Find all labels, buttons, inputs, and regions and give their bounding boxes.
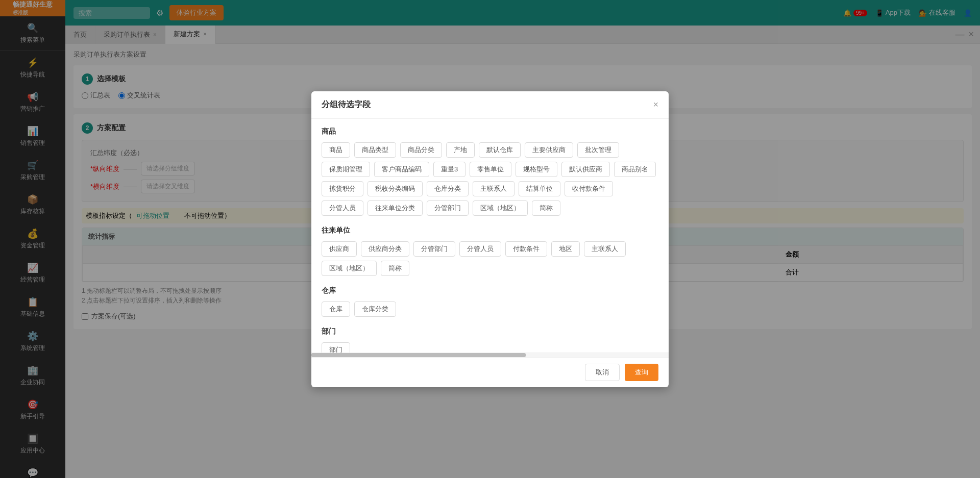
field-tag[interactable]: 商品类型 bbox=[354, 142, 396, 158]
field-tag[interactable]: 简称 bbox=[532, 200, 560, 216]
field-tag[interactable]: 商品分类 bbox=[400, 142, 442, 158]
field-tag[interactable]: 付款条件 bbox=[505, 241, 547, 257]
field-tag[interactable]: 拣货积分 bbox=[322, 181, 363, 196]
product-section-title: 商品 bbox=[322, 127, 658, 136]
field-tag[interactable]: 往来单位分类 bbox=[368, 200, 423, 216]
field-tag[interactable]: 规格型号 bbox=[516, 162, 557, 177]
warehouse-field-tags: 仓库仓库分类 bbox=[322, 301, 658, 317]
field-tag[interactable]: 仓库分类 bbox=[427, 181, 469, 196]
field-tag[interactable]: 商品别名 bbox=[614, 162, 656, 177]
field-tag[interactable]: 重量3 bbox=[433, 162, 465, 177]
field-tag[interactable]: 区域（地区） bbox=[322, 261, 377, 276]
field-tag[interactable]: 默认供应商 bbox=[561, 162, 610, 177]
field-tag[interactable]: 零售单位 bbox=[470, 162, 511, 177]
modal-overlay: 分组待选字段 × 商品 商品商品类型商品分类产地默认仓库主要供应商批次管理保质期… bbox=[0, 0, 980, 478]
field-tag[interactable]: 分管部门 bbox=[413, 241, 455, 257]
department-field-tags: 部门 bbox=[322, 342, 658, 353]
modal-header: 分组待选字段 × bbox=[311, 91, 669, 119]
field-tag[interactable]: 批次管理 bbox=[577, 142, 619, 158]
field-tag[interactable]: 收付款条件 bbox=[565, 181, 613, 196]
field-tag[interactable]: 税收分类编码 bbox=[368, 181, 423, 196]
modal-title: 分组待选字段 bbox=[322, 99, 371, 110]
field-tag[interactable]: 简称 bbox=[381, 261, 409, 276]
department-section-title: 部门 bbox=[322, 327, 658, 336]
field-tag[interactable]: 分管人员 bbox=[322, 200, 363, 216]
product-field-tags: 商品商品类型商品分类产地默认仓库主要供应商批次管理保质期管理客户商品编码重量3零… bbox=[322, 142, 658, 216]
field-tag[interactable]: 产地 bbox=[446, 142, 475, 158]
partner-section-title: 往来单位 bbox=[322, 226, 658, 235]
modal-body[interactable]: 商品 商品商品类型商品分类产地默认仓库主要供应商批次管理保质期管理客户商品编码重… bbox=[311, 119, 669, 353]
field-tag[interactable]: 地区 bbox=[551, 241, 580, 257]
field-tag[interactable]: 仓库分类 bbox=[354, 301, 396, 317]
field-tag[interactable]: 主联系人 bbox=[473, 181, 514, 196]
field-tag[interactable]: 分管人员 bbox=[459, 241, 501, 257]
field-tag[interactable]: 主要供应商 bbox=[525, 142, 573, 158]
field-tag[interactable]: 主联系人 bbox=[584, 241, 626, 257]
cancel-button[interactable]: 取消 bbox=[585, 364, 620, 381]
modal-close-icon[interactable]: × bbox=[653, 99, 658, 110]
field-tag[interactable]: 默认仓库 bbox=[479, 142, 521, 158]
field-select-modal: 分组待选字段 × 商品 商品商品类型商品分类产地默认仓库主要供应商批次管理保质期… bbox=[311, 91, 669, 387]
field-tag[interactable]: 区域（地区） bbox=[473, 200, 528, 216]
field-tag[interactable]: 保质期管理 bbox=[322, 162, 370, 177]
warehouse-section: 仓库 仓库仓库分类 bbox=[322, 286, 658, 317]
field-tag[interactable]: 客户商品编码 bbox=[374, 162, 429, 177]
field-tag[interactable]: 仓库 bbox=[322, 301, 350, 317]
field-tag[interactable]: 分管部门 bbox=[427, 200, 469, 216]
product-section: 商品 商品商品类型商品分类产地默认仓库主要供应商批次管理保质期管理客户商品编码重… bbox=[322, 127, 658, 216]
field-tag[interactable]: 供应商分类 bbox=[361, 241, 409, 257]
partner-field-tags: 供应商供应商分类分管部门分管人员付款条件地区主联系人区域（地区）简称 bbox=[322, 241, 658, 276]
field-tag[interactable]: 商品 bbox=[322, 142, 350, 158]
field-tag[interactable]: 结算单位 bbox=[519, 181, 560, 196]
partner-section: 往来单位 供应商供应商分类分管部门分管人员付款条件地区主联系人区域（地区）简称 bbox=[322, 226, 658, 276]
modal-footer: 取消 查询 bbox=[311, 357, 669, 387]
confirm-button[interactable]: 查询 bbox=[625, 364, 658, 381]
department-section: 部门 部门 bbox=[322, 327, 658, 353]
modal-hscroll[interactable] bbox=[311, 353, 669, 357]
field-tag[interactable]: 部门 bbox=[322, 342, 350, 353]
warehouse-section-title: 仓库 bbox=[322, 286, 658, 295]
field-tag[interactable]: 供应商 bbox=[322, 241, 357, 257]
